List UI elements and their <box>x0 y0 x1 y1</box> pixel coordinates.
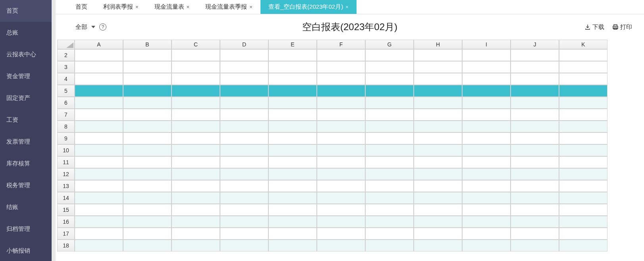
cell-C9[interactable] <box>172 132 220 144</box>
cell-J2[interactable] <box>511 49 559 61</box>
cell-B17[interactable] <box>123 228 172 240</box>
cell-D2[interactable] <box>220 49 268 61</box>
row-header-3[interactable]: 3 <box>57 61 75 73</box>
cell-I16[interactable] <box>462 216 511 228</box>
cell-E6[interactable] <box>268 97 317 109</box>
row-header-15[interactable]: 15 <box>57 204 75 216</box>
row-header-9[interactable]: 9 <box>57 132 75 144</box>
sidebar-item-4[interactable]: 固定资产 <box>0 87 52 109</box>
cell-F6[interactable] <box>317 97 365 109</box>
cell-K18[interactable] <box>559 240 607 251</box>
row-header-10[interactable]: 10 <box>57 144 75 156</box>
cell-J12[interactable] <box>511 168 559 180</box>
cell-I9[interactable] <box>462 132 511 144</box>
cell-B12[interactable] <box>123 168 172 180</box>
column-header-I[interactable]: I <box>462 40 511 49</box>
cell-K12[interactable] <box>559 168 607 180</box>
cell-G15[interactable] <box>365 204 414 216</box>
cell-I5[interactable] <box>462 85 511 97</box>
cell-B4[interactable] <box>123 73 172 85</box>
column-header-J[interactable]: J <box>511 40 559 49</box>
cell-E3[interactable] <box>268 61 317 73</box>
sheet-corner[interactable] <box>57 40 75 49</box>
row-header-11[interactable]: 11 <box>57 156 75 168</box>
cell-J3[interactable] <box>511 61 559 73</box>
tab-3[interactable]: 现金流量表季报× <box>197 0 260 14</box>
cell-G12[interactable] <box>365 168 414 180</box>
cell-I2[interactable] <box>462 49 511 61</box>
cell-D9[interactable] <box>220 132 268 144</box>
cell-K9[interactable] <box>559 132 607 144</box>
cell-F3[interactable] <box>317 61 365 73</box>
cell-J4[interactable] <box>511 73 559 85</box>
row-header-16[interactable]: 16 <box>57 216 75 228</box>
cell-F15[interactable] <box>317 204 365 216</box>
cell-J11[interactable] <box>511 156 559 168</box>
close-icon[interactable]: × <box>135 4 139 10</box>
cell-H8[interactable] <box>414 121 462 132</box>
cell-G2[interactable] <box>365 49 414 61</box>
cell-G6[interactable] <box>365 97 414 109</box>
cell-C2[interactable] <box>172 49 220 61</box>
cell-J18[interactable] <box>511 240 559 251</box>
column-header-A[interactable]: A <box>75 40 123 49</box>
row-header-8[interactable]: 8 <box>57 121 75 132</box>
cell-H5[interactable] <box>414 85 462 97</box>
sidebar-item-7[interactable]: 库存核算 <box>0 153 52 175</box>
cell-E5[interactable] <box>268 85 317 97</box>
sidebar-scrollbar[interactable] <box>52 0 56 261</box>
cell-B16[interactable] <box>123 216 172 228</box>
cell-J15[interactable] <box>511 204 559 216</box>
cell-K17[interactable] <box>559 228 607 240</box>
cell-K11[interactable] <box>559 156 607 168</box>
cell-B10[interactable] <box>123 144 172 156</box>
cell-J14[interactable] <box>511 192 559 204</box>
cell-C14[interactable] <box>172 192 220 204</box>
cell-E10[interactable] <box>268 144 317 156</box>
tab-0[interactable]: 首页 <box>67 0 95 14</box>
close-icon[interactable]: × <box>187 4 190 10</box>
tab-2[interactable]: 现金流量表× <box>147 0 198 14</box>
cell-J16[interactable] <box>511 216 559 228</box>
column-header-B[interactable]: B <box>123 40 172 49</box>
tab-1[interactable]: 利润表季报× <box>95 0 147 14</box>
spreadsheet[interactable]: ABCDEFGHIJK23456789101112131415161718 <box>57 40 644 251</box>
cell-K3[interactable] <box>559 61 607 73</box>
cell-I8[interactable] <box>462 121 511 132</box>
cell-E17[interactable] <box>268 228 317 240</box>
cell-D7[interactable] <box>220 109 268 121</box>
cell-E7[interactable] <box>268 109 317 121</box>
cell-G11[interactable] <box>365 156 414 168</box>
cell-F5[interactable] <box>317 85 365 97</box>
cell-F12[interactable] <box>317 168 365 180</box>
row-header-12[interactable]: 12 <box>57 168 75 180</box>
cell-E4[interactable] <box>268 73 317 85</box>
cell-H14[interactable] <box>414 192 462 204</box>
cell-C16[interactable] <box>172 216 220 228</box>
cell-K10[interactable] <box>559 144 607 156</box>
cell-E11[interactable] <box>268 156 317 168</box>
cell-A5[interactable] <box>75 85 123 97</box>
cell-H18[interactable] <box>414 240 462 251</box>
cell-K13[interactable] <box>559 180 607 192</box>
column-header-D[interactable]: D <box>220 40 268 49</box>
cell-I10[interactable] <box>462 144 511 156</box>
cell-H12[interactable] <box>414 168 462 180</box>
cell-F9[interactable] <box>317 132 365 144</box>
cell-B8[interactable] <box>123 121 172 132</box>
cell-K2[interactable] <box>559 49 607 61</box>
cell-K15[interactable] <box>559 204 607 216</box>
cell-A10[interactable] <box>75 144 123 156</box>
cell-D10[interactable] <box>220 144 268 156</box>
cell-A8[interactable] <box>75 121 123 132</box>
cell-I15[interactable] <box>462 204 511 216</box>
cell-C6[interactable] <box>172 97 220 109</box>
cell-D11[interactable] <box>220 156 268 168</box>
cell-F2[interactable] <box>317 49 365 61</box>
cell-G4[interactable] <box>365 73 414 85</box>
row-header-14[interactable]: 14 <box>57 192 75 204</box>
sidebar-item-2[interactable]: 云报表中心 <box>0 44 52 65</box>
cell-J6[interactable] <box>511 97 559 109</box>
cell-H2[interactable] <box>414 49 462 61</box>
cell-J13[interactable] <box>511 180 559 192</box>
